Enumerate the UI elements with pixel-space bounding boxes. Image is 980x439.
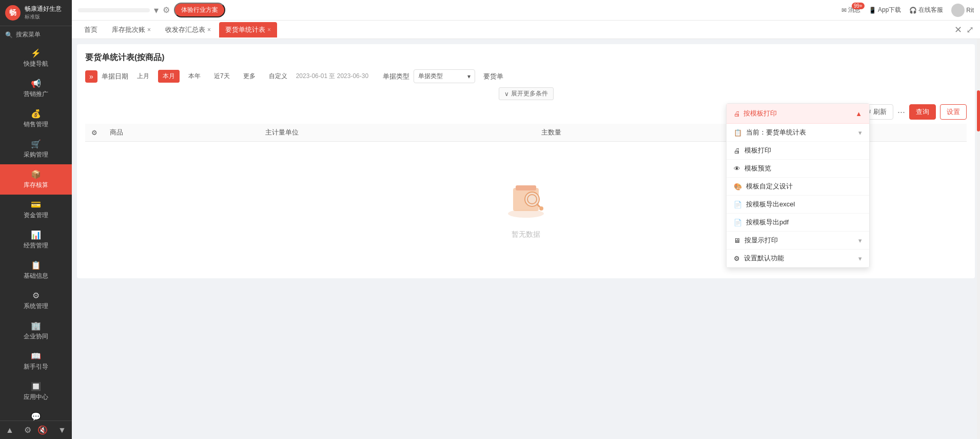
expand-tab-btn[interactable]: ⤢ xyxy=(966,24,974,35)
custom-date-btn[interactable]: 自定义 xyxy=(264,70,292,83)
default-func-item[interactable]: ⚙ 设置默认功能 ▾ xyxy=(727,250,869,268)
export-pdf-item[interactable]: 📄 按模板导出pdf xyxy=(727,214,869,232)
sidebar-item-sales[interactable]: 💰 销售管理 xyxy=(0,104,72,134)
topbar-dropdown-icon[interactable]: ▾ xyxy=(154,5,159,16)
enterprise-icon: 🏢 xyxy=(31,321,41,331)
template-print-item[interactable]: 🖨 模板打印 xyxy=(727,142,869,160)
table-col-gear[interactable]: ⚙ xyxy=(85,124,104,142)
template-preview-item[interactable]: 👁 模板预览 xyxy=(727,160,869,178)
query-btn[interactable]: 查询 xyxy=(909,104,936,120)
export-pdf-icon: 📄 xyxy=(734,219,742,226)
this-year-btn[interactable]: 本年 xyxy=(184,70,205,83)
template-design-icon: 🎨 xyxy=(734,183,742,190)
tab-receivable-summary-close[interactable]: × xyxy=(207,26,211,33)
sidebar-item-enterprise[interactable]: 🏢 企业协同 xyxy=(0,316,72,346)
tab-inventory-batch[interactable]: 库存批次账 × xyxy=(106,22,157,37)
template-preview-label: 模板预览 xyxy=(744,164,771,173)
last-month-btn[interactable]: 上月 xyxy=(132,70,154,83)
topbar-right: ✉ 消息 99+ 📱 App下载 🎧 在线客服 Rit xyxy=(841,4,974,17)
sidebar-item-purchase[interactable]: 🛒 采购管理 xyxy=(0,134,72,164)
sidebar-item-basic[interactable]: 📋 基础信息 xyxy=(0,255,72,285)
close-all-tabs-btn[interactable]: ✕ xyxy=(954,24,962,35)
sidebar-item-label: 营销推广 xyxy=(24,90,48,99)
sidebar-item-inventory[interactable]: 📦 库存核算 xyxy=(0,164,72,195)
expand-icon: ∨ xyxy=(504,90,509,98)
message-btn[interactable]: ✉ 消息 99+ xyxy=(841,6,860,14)
sidebar-settings-icon[interactable]: ⚙ xyxy=(24,425,31,435)
app-download-btn[interactable]: 📱 App下载 xyxy=(869,6,901,14)
logo-tag: 标准版 xyxy=(25,13,62,21)
sidebar-item-guide[interactable]: 📖 新手引导 xyxy=(0,346,72,376)
operations-icon: 📊 xyxy=(31,230,41,240)
default-func-arrow: ▾ xyxy=(858,255,862,262)
tab-home[interactable]: 首页 xyxy=(78,22,104,37)
date-range-display: 2023-06-01 至 2023-06-30 xyxy=(296,72,368,81)
sidebar-item-operations[interactable]: 📊 经营管理 xyxy=(0,225,72,255)
app-logo: 畅 畅康通好生意 标准版 xyxy=(0,0,72,26)
display-print-item[interactable]: 🖥 按显示打印 ▾ xyxy=(727,232,869,250)
sidebar-mute-icon[interactable]: 🔇 xyxy=(37,425,48,435)
settings-btn[interactable]: 设置 xyxy=(940,104,967,120)
sidebar-item-label: 采购管理 xyxy=(24,150,48,159)
sidebar-item-finance[interactable]: 💳 资金管理 xyxy=(0,195,72,225)
expand-more-btn[interactable]: ∨ 展开更多条件 xyxy=(499,87,554,100)
table-col-product: 商品 xyxy=(104,124,259,142)
select-dropdown-icon: ▾ xyxy=(467,73,471,80)
online-service-btn[interactable]: 🎧 在线客服 xyxy=(909,6,943,14)
print-dropdown-menu: 🖨 按模板打印 ▲ 📋 当前：要货单统计表 ▾ 🖨 模板打印 xyxy=(726,103,870,268)
sidebar-item-label: 系统管理 xyxy=(24,302,48,311)
inventory-icon: 📦 xyxy=(31,169,41,179)
guide-icon: 📖 xyxy=(31,351,41,361)
download-icon: 📱 xyxy=(869,7,876,14)
trial-btn[interactable]: 体验行业方案 xyxy=(174,3,225,17)
sidebar-item-system[interactable]: ⚙ 系统管理 xyxy=(0,285,72,316)
scroll-down-btn[interactable]: ▼ xyxy=(57,426,67,435)
sidebar-item-wechat[interactable]: 💬 企业微信 xyxy=(0,407,72,421)
user-area[interactable]: Rit xyxy=(951,4,974,17)
sidebar-item-label: 库存核算 xyxy=(24,181,48,189)
more-date-btn[interactable]: 更多 xyxy=(239,70,260,83)
sidebar-item-marketing[interactable]: 📢 营销推广 xyxy=(0,73,72,104)
more-options-btn[interactable]: ··· xyxy=(897,107,905,118)
sidebar-item-label: 新手引导 xyxy=(24,362,48,371)
tab-order-stats[interactable]: 要货单统计表 × xyxy=(219,22,277,37)
empty-text: 暂无数据 xyxy=(512,230,540,239)
right-scrollbar xyxy=(977,39,980,439)
current-template-item[interactable]: 📋 当前：要货单统计表 ▾ xyxy=(727,124,869,142)
logo-name: 畅康通好生意 xyxy=(25,5,62,13)
sidebar-item-quick-nav[interactable]: ⚡ 快捷导航 xyxy=(0,43,72,73)
app-download-label: App下载 xyxy=(878,6,901,14)
export-excel-item[interactable]: 📄 按模板导出excel xyxy=(727,196,869,214)
table-gear-icon[interactable]: ⚙ xyxy=(91,129,97,137)
sidebar-search[interactable]: 🔍 搜索菜单 xyxy=(0,26,72,43)
print-dropdown-title-area: 🖨 按模板打印 xyxy=(734,109,777,118)
tab-inventory-batch-close[interactable]: × xyxy=(147,26,151,33)
display-print-arrow: ▾ xyxy=(858,237,862,244)
sidebar-bottom: ▲ ⚙ 🔇 ▼ xyxy=(0,421,72,439)
this-month-btn[interactable]: 本月 xyxy=(158,70,180,83)
tab-order-stats-close[interactable]: × xyxy=(267,26,271,33)
print-dropdown-close-arrow[interactable]: ▲ xyxy=(855,110,862,118)
svg-point-6 xyxy=(539,206,543,211)
tab-inventory-batch-label: 库存批次账 xyxy=(112,25,145,34)
yh-type-label: 要货单 xyxy=(483,72,503,81)
filter-bar: » 单据日期 上月 本月 本年 近7天 更多 自定义 2023-06-01 至 … xyxy=(85,69,967,83)
filter-expand-btn[interactable]: » xyxy=(85,70,97,83)
scroll-up-btn[interactable]: ▲ xyxy=(5,426,14,435)
sidebar-item-label: 经营管理 xyxy=(24,241,48,250)
order-type-select[interactable]: 单据类型 ▾ xyxy=(414,69,475,83)
export-excel-icon: 📄 xyxy=(734,201,742,208)
svg-rect-2 xyxy=(516,185,536,190)
print-header-icon: 🖨 xyxy=(734,110,740,118)
last-7-days-btn[interactable]: 近7天 xyxy=(209,70,234,83)
message-icon: ✉ xyxy=(841,7,847,14)
sidebar-item-appstore[interactable]: 🔲 应用中心 xyxy=(0,376,72,407)
tab-receivable-summary[interactable]: 收发存汇总表 × xyxy=(159,22,217,37)
template-design-item[interactable]: 🎨 模板自定义设计 xyxy=(727,178,869,196)
sidebar-item-label: 快捷导航 xyxy=(24,60,48,68)
topbar-gear-icon[interactable]: ⚙ xyxy=(163,5,170,15)
export-excel-label: 按模板导出excel xyxy=(746,200,795,209)
scrollbar-thumb[interactable] xyxy=(977,90,980,131)
order-type-select-label: 单据类型 xyxy=(418,72,443,81)
current-template-icon: 📋 xyxy=(734,129,742,137)
